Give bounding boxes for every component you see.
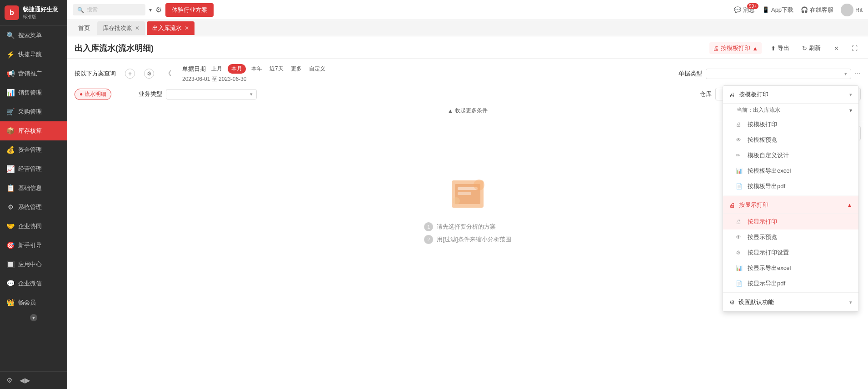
member-icon: 👑: [6, 299, 15, 307]
sidebar-item-quick-nav[interactable]: ⚡ 快捷导航: [0, 45, 67, 64]
tab-home[interactable]: 首页: [73, 21, 95, 35]
template-preview-label: 按模板预览: [748, 136, 777, 144]
filter-add-button[interactable]: +: [125, 69, 135, 79]
filter-collapse-left[interactable]: 《: [163, 69, 173, 79]
filter-settings-icon[interactable]: ⚙: [144, 69, 154, 79]
print-icon: 🖨: [713, 45, 719, 52]
sidebar-item-inventory[interactable]: 📦 库存核算: [0, 121, 67, 140]
expand-button[interactable]: ⛶: [848, 42, 861, 55]
display-export-excel-item[interactable]: 📊 按显示导出excel: [723, 260, 858, 276]
refresh-icon: ↻: [802, 45, 807, 52]
sidebar-item-operations[interactable]: 📈 经营管理: [0, 160, 67, 179]
business-type-select[interactable]: ▾: [166, 89, 257, 100]
close-inout-flow-tab[interactable]: ✕: [185, 25, 189, 31]
inventory-icon: 📦: [6, 127, 15, 135]
close-batch-account-tab[interactable]: ✕: [135, 25, 140, 31]
svg-point-5: [453, 197, 460, 204]
topbar-gear-icon[interactable]: ⚙: [155, 5, 162, 14]
wechat-icon: 💬: [6, 279, 15, 288]
doc-type-select[interactable]: ▾: [706, 69, 851, 79]
sidebar-item-purchase[interactable]: 🛒 采购管理: [0, 102, 67, 121]
export-button[interactable]: ⬆ 导出: [767, 42, 793, 54]
sidebar-item-apps[interactable]: 🔲 应用中心: [0, 255, 67, 274]
topbar-search-box[interactable]: 🔍 搜索: [73, 4, 145, 15]
date-tab-last-month[interactable]: 上月: [210, 64, 224, 74]
date-tab-this-year[interactable]: 本年: [249, 64, 264, 74]
username-label: Rit: [855, 6, 863, 13]
display-preview-item[interactable]: 👁 按显示预览: [723, 229, 858, 245]
doc-type-more-options[interactable]: ···: [855, 70, 861, 78]
user-avatar-button[interactable]: Rit: [841, 4, 863, 16]
sidebar-member-label: 畅会员: [18, 299, 36, 307]
template-export-pdf-item[interactable]: 📄 按模板导出pdf: [723, 179, 858, 194]
home-tab-label: 首页: [78, 24, 90, 32]
sidebar-wechat-label: 企业微信: [18, 279, 42, 288]
dropdown-divider-2: [723, 292, 858, 293]
display-print-section-header[interactable]: 🖨 按显示打印 ▲: [723, 196, 858, 214]
sidebar-item-member[interactable]: 👑 畅会员: [0, 293, 67, 312]
industry-solution-button[interactable]: 体验行业方案: [165, 3, 214, 17]
refresh-button[interactable]: ↻ 刷新: [798, 42, 824, 54]
default-setting-section-header[interactable]: ⚙ 设置默认功能 ▾: [723, 294, 858, 311]
batch-account-tab-label: 库存批次账: [103, 24, 132, 32]
template-export-excel-item[interactable]: 📊 按模板导出excel: [723, 163, 858, 179]
sidebar-scroll-indicator: ▼: [0, 312, 67, 323]
display-export-pdf-item[interactable]: 📄 按显示导出pdf: [723, 276, 858, 291]
template-print-item[interactable]: 🖨 按模板打印: [723, 117, 858, 132]
search-icon: 🔍: [6, 31, 15, 40]
sidebar-item-marketing[interactable]: 📢 营销推广: [0, 64, 67, 83]
sidebar-search-label: 搜索菜单: [18, 31, 42, 40]
search-placeholder-text: 搜索: [87, 6, 98, 14]
enterprise-icon: 🤝: [6, 222, 15, 230]
page-body: 出入库流水(流水明细) 🖨 按模板打印 ▲ ⬆ 导出 ↻ 刷新 ✕ ⛶: [67, 36, 868, 389]
sidebar-collapse-icon[interactable]: ◀▶: [20, 376, 30, 384]
online-service-button[interactable]: 🎧 在线客服: [801, 6, 833, 14]
empty-hint-2: 2 用[过滤]条件来缩小分析范围: [424, 235, 511, 244]
tab-inout-flow[interactable]: 出入库流水 ✕: [147, 21, 195, 35]
sidebar-item-wechat[interactable]: 💬 企业微信: [0, 274, 67, 293]
display-print-item[interactable]: 🖨 按显示打印: [723, 214, 858, 229]
message-badge: 99+: [747, 3, 758, 9]
filter-tag-detail[interactable]: ● 流水明细: [75, 89, 111, 100]
close-page-button[interactable]: ✕: [830, 42, 843, 55]
tab-batch-account[interactable]: 库存批次账 ✕: [97, 21, 145, 35]
sidebar-item-sales[interactable]: 📊 销售管理: [0, 83, 67, 102]
template-print-button[interactable]: 🖨 按模板打印 ▲: [709, 42, 762, 54]
template-design-item[interactable]: ✏ 模板自定义设计: [723, 148, 858, 163]
sidebar-item-system[interactable]: ⚙ 系统管理: [0, 198, 67, 217]
sidebar-enterprise-label: 企业协同: [18, 222, 42, 230]
date-tab-this-month[interactable]: 本月: [228, 64, 246, 74]
message-button[interactable]: 💬 消息 99+: [734, 6, 755, 14]
date-filter: 单据日期 上月 本月 本年 近7天 更多 自定义 2023-06-01 至 20…: [182, 64, 327, 83]
headset-icon: 🎧: [801, 6, 808, 13]
collapse-button[interactable]: ▲ 收起更多条件: [448, 107, 488, 115]
preview-sub-icon: 👁: [736, 137, 743, 143]
sidebar-logo: b 畅捷通好生意 标准版: [0, 0, 67, 26]
template-preview-item[interactable]: 👁 按模板预览: [723, 132, 858, 148]
template-print-section-header[interactable]: 🖨 按模板打印 ▾: [723, 86, 858, 104]
display-print-settings-item[interactable]: ⚙ 按显示打印设置: [723, 245, 858, 260]
sidebar-item-enterprise[interactable]: 🤝 企业协同: [0, 217, 67, 236]
sidebar-item-basic[interactable]: 📋 基础信息: [0, 179, 67, 198]
date-tab-more[interactable]: 更多: [289, 64, 304, 74]
sidebar-item-search[interactable]: 🔍 搜索菜单: [0, 26, 67, 45]
sidebar-item-finance[interactable]: 💰 资金管理: [0, 140, 67, 160]
sidebar-bottom: ⚙ ◀▶: [0, 371, 67, 389]
topbar-dropdown-arrow[interactable]: ▾: [149, 7, 152, 13]
sidebar-settings-icon[interactable]: ⚙: [6, 376, 12, 384]
empty-illustration: [440, 171, 495, 217]
app-name: 畅捷通好生意: [23, 6, 58, 14]
doc-type-label: 单据类型: [678, 70, 702, 78]
date-tabs: 单据日期 上月 本月 本年 近7天 更多 自定义: [182, 64, 327, 74]
display-print-settings-label: 按显示打印设置: [748, 249, 789, 257]
sidebar-guide-label: 新手引导: [18, 241, 42, 249]
sidebar-scroll-down[interactable]: ▼: [30, 314, 37, 321]
guide-icon: 🎯: [6, 241, 15, 249]
date-tab-7days[interactable]: 近7天: [268, 64, 285, 74]
date-tab-custom[interactable]: 自定义: [307, 64, 327, 74]
sidebar-item-guide[interactable]: 🎯 新手引导: [0, 236, 67, 255]
app-download-button[interactable]: 📱 App下载: [762, 6, 793, 14]
sidebar-operations-label: 经营管理: [18, 165, 42, 173]
search-icon: 🔍: [77, 7, 84, 13]
page-title: 出入库流水(流水明细): [75, 43, 154, 54]
